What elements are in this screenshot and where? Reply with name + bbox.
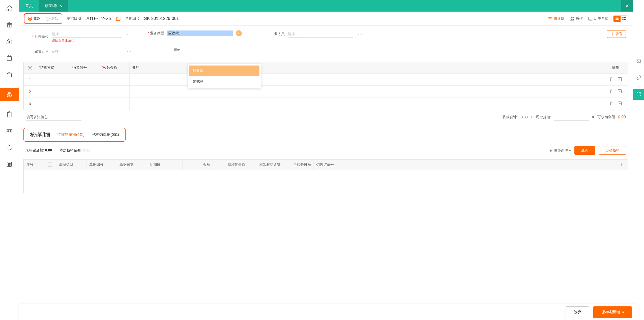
nav-gift-icon[interactable] xyxy=(6,21,13,28)
party-label: 往来单位 xyxy=(26,35,49,39)
cell-method[interactable] xyxy=(36,74,69,85)
expand-icon[interactable] xyxy=(633,89,644,100)
nav-clipboard-icon[interactable] xyxy=(6,111,13,118)
operation-button[interactable]: 操作 xyxy=(569,16,583,21)
svg-point-24 xyxy=(29,67,31,69)
delete-icon[interactable] xyxy=(609,101,614,107)
mail-icon[interactable] xyxy=(633,55,644,67)
vcol-due: 到期日 xyxy=(147,159,183,170)
svg-rect-20 xyxy=(625,17,626,18)
add-icon[interactable] xyxy=(617,101,622,107)
history-button[interactable]: 历史单据 xyxy=(588,16,608,21)
verify-tab-done[interactable]: 已核销单据(0笔) xyxy=(92,132,119,137)
tab-home[interactable]: 首页 xyxy=(19,0,39,12)
col-account: 收款账号 xyxy=(72,66,87,70)
radio-refund[interactable]: 退款 xyxy=(46,16,58,21)
svg-point-23 xyxy=(612,34,613,35)
writeoff-label: 可核销金额 xyxy=(597,115,615,119)
tab-home-label: 首页 xyxy=(25,3,33,9)
svg-text:$: $ xyxy=(9,40,10,43)
vcol-no: 单据编号 xyxy=(87,159,117,170)
vcol-date: 单据日期 xyxy=(117,159,147,170)
view-grid-icon[interactable] xyxy=(621,16,628,22)
writeoff-value: 0.00 xyxy=(618,115,626,119)
svg-rect-14 xyxy=(570,17,571,18)
link-icon[interactable] xyxy=(633,72,644,83)
tab-close-icon[interactable]: ✕ xyxy=(59,4,62,8)
vcol-idx: 序号 xyxy=(24,159,44,170)
vcol-pending: 待核销金额 xyxy=(213,159,248,170)
svg-rect-15 xyxy=(572,17,574,18)
chevron-down-icon: ▾ xyxy=(622,310,624,315)
col-method: 结算方式 xyxy=(39,66,54,70)
docno-value: SK-20191226-001 xyxy=(144,16,179,21)
radio-checked-icon xyxy=(28,17,32,21)
vcol-checkbox[interactable] xyxy=(44,159,56,170)
un-amt-label: 未核销金额: xyxy=(25,148,44,152)
svg-rect-13 xyxy=(548,17,552,20)
abstract-label: 摘要 xyxy=(158,48,180,52)
biztype-input[interactable]: 应收款 xyxy=(167,30,233,36)
vcol-type: 单据类型 xyxy=(56,159,87,170)
this-amt-label: 本次核销金额: xyxy=(60,148,82,152)
radio-receipt[interactable]: 收款 xyxy=(28,16,41,21)
tab-receipt[interactable]: 收款单 ✕ xyxy=(39,0,68,12)
col-note: 备注 xyxy=(132,66,139,70)
nav-refresh-icon[interactable] xyxy=(6,144,13,151)
svg-text:新: 新 xyxy=(8,163,11,166)
party-input[interactable] xyxy=(52,30,122,38)
nav-building-icon[interactable] xyxy=(6,71,13,78)
nav-bag-icon[interactable] xyxy=(6,54,13,61)
svg-rect-19 xyxy=(623,17,624,18)
settings-button[interactable]: 设置 xyxy=(607,30,626,38)
cell-account[interactable] xyxy=(69,74,99,85)
date-label: 单据日期 xyxy=(67,16,81,21)
vcol-order: 销售订单号 xyxy=(314,159,618,170)
nav-house-money-icon[interactable]: $ xyxy=(6,38,13,45)
svg-rect-21 xyxy=(623,19,624,20)
nav-new-icon[interactable]: 新 xyxy=(6,161,13,168)
biztype-dropdown: 应收款 预收款 xyxy=(188,64,261,88)
date-value[interactable]: 2019-12-26 xyxy=(85,16,111,21)
nav-money-bag-icon[interactable]: ¥ xyxy=(0,88,19,101)
add-icon[interactable] xyxy=(617,77,622,82)
cancel-button[interactable]: 放弃 xyxy=(566,306,589,318)
party-error: 请输入往来单位 xyxy=(52,39,131,43)
more-conditions-button[interactable]: 更多条件 ▾ xyxy=(549,148,571,153)
save-new-button[interactable]: 保存&新增 ▾ xyxy=(593,306,632,318)
dropdown-option-prepay[interactable]: 预收款 xyxy=(189,76,259,87)
verify-tab-pending[interactable]: 待核销单据(0笔) xyxy=(57,132,84,137)
biztype-label: 业务类型 xyxy=(141,31,164,36)
verify-title: 核销明细 xyxy=(30,131,50,138)
delete-icon[interactable] xyxy=(609,77,614,82)
order-more-icon[interactable]: ⋯ xyxy=(125,49,133,54)
svg-rect-22 xyxy=(625,19,626,20)
auto-verify-button[interactable]: 自动核销 xyxy=(599,146,626,155)
shortcut-button[interactable]: 快捷键 xyxy=(547,16,564,21)
dropdown-option-ar[interactable]: 应收款 xyxy=(189,66,259,76)
party-more-icon[interactable]: ⋯ xyxy=(124,31,131,37)
window-close-icon[interactable] xyxy=(621,0,633,12)
view-list-icon[interactable] xyxy=(613,16,621,22)
query-button[interactable]: 查询 xyxy=(574,146,595,155)
detail-table: 结算方式 收款账号 收款金额 备注 操作 1 2 xyxy=(23,62,628,110)
vcol-disc: 折扣分摊额 xyxy=(283,159,314,170)
chevron-up-icon[interactable]: ▲ xyxy=(236,30,242,36)
salesman-input[interactable] xyxy=(288,30,353,38)
calendar-icon[interactable] xyxy=(116,16,121,21)
gear-icon[interactable] xyxy=(24,62,36,73)
delete-icon[interactable] xyxy=(609,89,614,94)
add-icon[interactable] xyxy=(617,89,622,94)
nav-id-card-icon[interactable] xyxy=(6,127,13,135)
cell-amount[interactable] xyxy=(99,74,130,85)
row-index: 3 xyxy=(24,98,36,110)
nav-home-icon[interactable] xyxy=(6,5,13,12)
salesman-more-icon[interactable]: ⋯ xyxy=(356,31,364,37)
view-toggle xyxy=(613,15,628,22)
svg-rect-12 xyxy=(116,17,120,20)
order-input[interactable] xyxy=(52,48,122,55)
discount-input[interactable] xyxy=(554,113,589,121)
verify-table: 序号 单据类型 单据编号 单据日期 到期日 金额 待核销金额 本次核销金额 折扣… xyxy=(23,159,628,193)
vcol-amt: 金额 xyxy=(183,159,213,170)
summary-note-input[interactable] xyxy=(26,113,81,121)
